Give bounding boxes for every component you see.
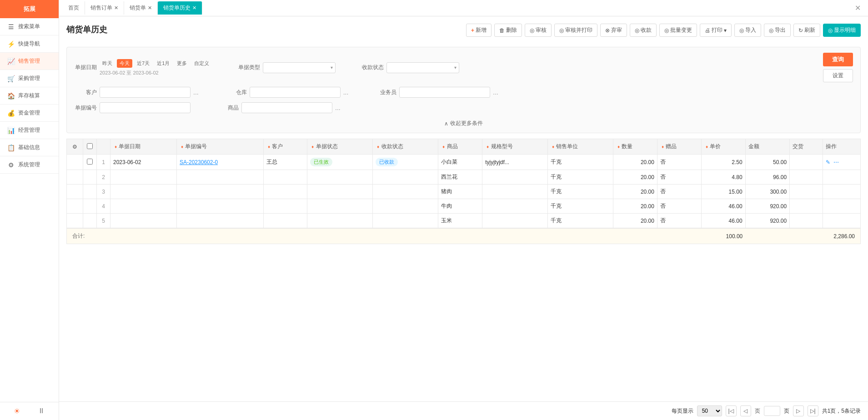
page-first-button[interactable]: |◁ <box>726 405 737 416</box>
actions-cell <box>823 170 860 185</box>
delete-label: 删除 <box>506 26 517 34</box>
spec-cell: tyjyjtyjdf... <box>482 155 548 170</box>
show-detail-button[interactable]: ◎ 显示明细 <box>823 24 861 37</box>
page-next-button[interactable]: ▷ <box>793 405 804 416</box>
print-button[interactable]: 🖨 打印 ▾ <box>700 24 732 37</box>
delete-button[interactable]: 🗑 删除 <box>494 24 522 37</box>
checkbox-col[interactable] <box>83 155 97 170</box>
more-op-button[interactable]: ⋯ <box>833 159 839 165</box>
doc-date-col-header[interactable]: ⬧ 单据日期 <box>110 139 177 155</box>
batch-change-label: 批量变更 <box>670 26 692 34</box>
sidebar-item-sales-mgmt[interactable]: 📈 销售管理 <box>0 53 59 70</box>
doc-date-cell <box>110 199 177 214</box>
payment-status-select[interactable] <box>386 62 459 73</box>
spec-col-header[interactable]: ⬧ 规格型号 <box>482 139 548 155</box>
doc-type-select[interactable] <box>263 62 336 73</box>
export-button[interactable]: ◎ 导出 <box>764 24 791 37</box>
quantity-col-header[interactable]: ⬧ 数量 <box>613 139 657 155</box>
settings-col-header[interactable]: ⚙ <box>67 139 83 155</box>
unit-col-header[interactable]: ⬧ 销售单位 <box>548 139 613 155</box>
sidebar-item-finance-mgmt[interactable]: 💰 资金管理 <box>0 105 59 122</box>
pagination: 每页显示 50 100 |◁ ◁ 页 1 页 ▷ ▷| 共1页，5条记录 <box>59 401 868 420</box>
collapse-button[interactable]: ∧ 收起更多条件 <box>74 118 853 127</box>
customer-more-dots[interactable]: ... <box>193 89 199 96</box>
goods-more-dots[interactable]: ... <box>335 104 341 111</box>
tab-home[interactable]: 首页 <box>63 1 85 15</box>
review-button[interactable]: ◎ 审核 <box>525 24 552 37</box>
edit-op-button[interactable]: ✎ <box>826 159 830 165</box>
abandon-button[interactable]: ⊗ 弃审 <box>600 24 627 37</box>
sidebar-bottom-icon2[interactable]: ⏸ <box>38 407 45 415</box>
salesperson-label: 业务员 <box>374 89 396 96</box>
sidebar-item-business-mgmt[interactable]: 📊 经营管理 <box>0 122 59 139</box>
sidebar-item-system-mgmt[interactable]: ⚙ 系统管理 <box>0 156 59 174</box>
review-print-button[interactable]: ◎ 审核并打印 <box>554 24 597 37</box>
sidebar-item-basic-info[interactable]: 📋 基础信息 <box>0 139 59 156</box>
filter-doc-number: 单据编号 <box>74 102 191 113</box>
date-tag-last7days[interactable]: 近7天 <box>134 59 152 68</box>
tab-close-all-button[interactable]: ✕ <box>851 4 864 12</box>
refresh-button[interactable]: ↻ 刷新 <box>793 24 820 37</box>
payment-status-label: 收款状态 <box>361 64 384 71</box>
table-row: 1 2023-06-02 SA-20230602-0 王总 已生效 已收款 小白… <box>67 155 861 170</box>
salesperson-more-dots[interactable]: ... <box>493 89 498 96</box>
goods-cell: 牛肉 <box>438 199 482 214</box>
sidebar-item-label: 采购管理 <box>18 75 40 82</box>
set-button[interactable]: 设置 <box>823 69 853 82</box>
quantity-cell: 20.00 <box>613 214 657 228</box>
refresh-label: 刷新 <box>804 26 815 34</box>
batch-change-button[interactable]: ◎ 批量变更 <box>659 24 697 37</box>
gift-cell: 否 <box>657 185 701 199</box>
date-tag-yesterday[interactable]: 昨天 <box>100 59 115 68</box>
warehouse-more-dots[interactable]: ... <box>343 89 349 96</box>
warehouse-input[interactable] <box>250 87 341 98</box>
row-checkbox[interactable] <box>87 159 93 165</box>
gift-cell: 否 <box>657 199 701 214</box>
amount-cell: 920.00 <box>745 199 790 214</box>
tab-sales-history-close[interactable]: ✕ <box>192 5 196 11</box>
table-settings-icon[interactable]: ⚙ <box>72 144 77 150</box>
tab-sales-order-close[interactable]: ✕ <box>114 5 118 11</box>
query-button[interactable]: 查询 <box>823 53 853 66</box>
date-tag-today[interactable]: 今天 <box>117 59 132 68</box>
sidebar-item-search-menu[interactable]: ☰ 搜索菜单 <box>0 18 59 35</box>
filter-date-col: 昨天 今天 近7天 近1月 更多 自定义 2023-06-02 至 2023-0… <box>100 59 212 76</box>
sales-mgmt-icon: 📈 <box>7 58 15 65</box>
date-tag-last1month[interactable]: 近1月 <box>154 59 172 68</box>
page-input[interactable]: 1 <box>764 406 780 416</box>
date-tag-custom[interactable]: 自定义 <box>191 59 212 68</box>
sidebar-item-inventory[interactable]: 🏠 库存核算 <box>0 87 59 105</box>
unit-price-col-header[interactable]: ⬧ 单价 <box>701 139 745 155</box>
salesperson-input[interactable] <box>399 87 490 98</box>
doc-number-col-header[interactable]: ⬧ 单据编号 <box>177 139 264 155</box>
date-tag-more[interactable]: 更多 <box>174 59 190 68</box>
doc-status-col-header[interactable]: ⬧ 单据状态 <box>307 139 373 155</box>
checkbox-col[interactable] <box>83 185 97 199</box>
doc-number-input[interactable] <box>100 102 191 113</box>
sidebar-bottom-icon1[interactable]: ☀ <box>14 407 20 415</box>
checkbox-col-header[interactable] <box>83 139 97 155</box>
page-prev-button[interactable]: ◁ <box>740 405 751 416</box>
checkbox-col[interactable] <box>83 170 97 185</box>
import-button[interactable]: ◎ 导入 <box>734 24 761 37</box>
goods-input[interactable] <box>241 102 332 113</box>
tab-sales-delivery[interactable]: 销货单 ✕ <box>124 1 158 15</box>
tab-sales-history[interactable]: 销货单历史 ✕ <box>158 1 202 15</box>
customer-input[interactable] <box>100 87 191 98</box>
sidebar-item-purchase-mgmt[interactable]: 🛒 采购管理 <box>0 70 59 87</box>
page-size-select[interactable]: 50 100 <box>697 405 722 416</box>
sidebar-item-quick-nav[interactable]: ⚡ 快捷导航 <box>0 35 59 53</box>
select-all-checkbox[interactable] <box>87 143 93 149</box>
add-button[interactable]: + 新增 <box>466 24 492 37</box>
goods-col-header[interactable]: ⬧ 商品 <box>438 139 482 155</box>
collect-button[interactable]: ◎ 收款 <box>630 24 657 37</box>
page-last-button[interactable]: ▷| <box>808 405 818 416</box>
payment-status-col-header[interactable]: ⬧ 收款状态 <box>373 139 438 155</box>
checkbox-col[interactable] <box>83 214 97 228</box>
checkbox-col[interactable] <box>83 199 97 214</box>
customer-col-header[interactable]: ⬧ 客户 <box>263 139 307 155</box>
gift-col-header[interactable]: ⬧ 赠品 <box>657 139 701 155</box>
doc-number-link[interactable]: SA-20230602-0 <box>180 159 218 165</box>
tab-sales-order[interactable]: 销售订单 ✕ <box>85 1 124 15</box>
tab-sales-delivery-close[interactable]: ✕ <box>148 5 152 11</box>
